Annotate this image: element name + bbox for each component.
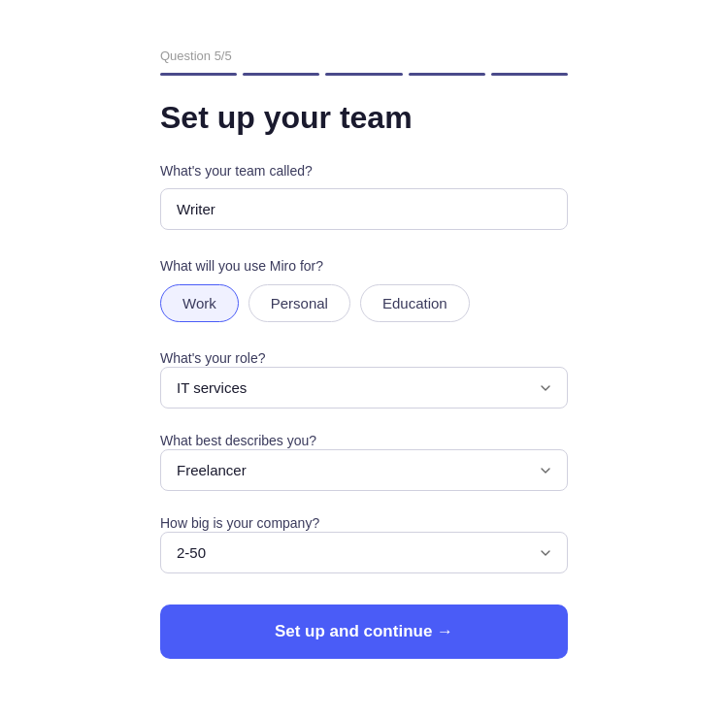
describe-label: What best describes you? — [160, 433, 316, 448]
team-name-input[interactable] — [160, 188, 568, 230]
describe-field-group: What best describes you? FreelancerEmplo… — [160, 432, 568, 491]
submit-button[interactable]: Set up and continue → — [160, 605, 568, 659]
use-for-option-personal[interactable]: Personal — [248, 284, 350, 322]
company-size-label: How big is your company? — [160, 515, 319, 531]
company-size-field-group: How big is your company? Just me2-5051-2… — [160, 514, 568, 573]
progress-segment-1 — [160, 73, 237, 76]
progress-segment-4 — [409, 73, 485, 76]
use-for-option-work[interactable]: Work — [160, 284, 239, 322]
page-container: Question 5/5 Set up your team What's you… — [0, 0, 728, 719]
use-for-toggle-group: WorkPersonalEducation — [160, 284, 568, 322]
page-title: Set up your team — [160, 99, 568, 136]
team-name-label: What's your team called? — [160, 163, 568, 179]
progress-segment-3 — [325, 73, 402, 76]
progress-segment-2 — [243, 73, 319, 76]
content-wrapper: Question 5/5 Set up your team What's you… — [160, 49, 568, 659]
use-for-option-education[interactable]: Education — [360, 284, 470, 322]
describe-select[interactable]: FreelancerEmployeeStudentSelf-employedOt… — [160, 449, 568, 491]
use-for-section: What will you use Miro for? WorkPersonal… — [160, 257, 568, 322]
role-select[interactable]: IT servicesDesignEngineeringMarketingPro… — [160, 367, 568, 409]
role-label: What's your role? — [160, 350, 266, 366]
use-for-label: What will you use Miro for? — [160, 258, 323, 274]
question-label: Question 5/5 — [160, 49, 568, 63]
company-size-select[interactable]: Just me2-5051-200201-10001001+ — [160, 532, 568, 573]
role-field-group: What's your role? IT servicesDesignEngin… — [160, 349, 568, 409]
progress-segment-5 — [491, 73, 568, 76]
progress-bar — [160, 73, 568, 76]
